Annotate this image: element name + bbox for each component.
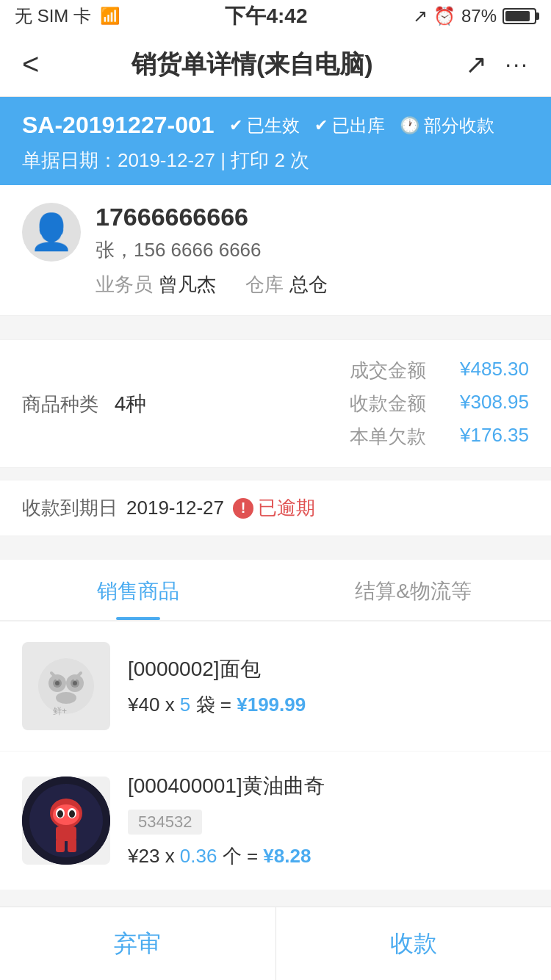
qty-value-1: 5 (180, 693, 190, 716)
avatar: 👤 (22, 203, 81, 262)
summary-row: 商品种类 4种 成交金额 ¥485.30 收款金额 ¥308.95 本单欠款 ¥… (22, 358, 529, 450)
deal-amount-label: 成交金额 (350, 358, 426, 383)
customer-contact: 张，156 6666 6666 (96, 237, 529, 263)
status-bar: 无 SIM 卡 📶 下午4:42 ↗ ⏰ 87% (0, 0, 551, 32)
page-title: 销货单详情(来自电脑) (132, 48, 373, 82)
total-value-2: ¥8.28 (263, 845, 311, 867)
svg-rect-19 (68, 839, 76, 852)
collected-label: 收款金额 (350, 391, 426, 417)
product-placeholder-1: 鲜+ (22, 642, 110, 730)
wifi-icon: 📶 (100, 7, 120, 26)
product-info-2: [000400001]黄油曲奇 534532 ¥23 x 0.36 个 = ¥8… (128, 772, 529, 869)
collected-value: ¥308.95 (441, 391, 529, 417)
price-x-2: x (165, 845, 180, 867)
salesperson-label: 业务员 (96, 272, 153, 298)
product-image-1: 鲜+ (22, 642, 110, 730)
svg-text:鲜+: 鲜+ (53, 706, 67, 716)
customer-meta: 业务员 曾凡杰 仓库 总仓 (96, 272, 529, 298)
badge-effective: ✔ 已生效 (229, 114, 300, 137)
header-banner: SA-20191227-001 ✔ 已生效 ✔ 已出库 🕐 部分收款 单据日期：… (0, 97, 551, 185)
overdue-text: 已逾期 (258, 495, 315, 521)
alarm-icon: ⏰ (433, 6, 455, 26)
svg-point-5 (55, 681, 60, 685)
badge-partial: 🕐 部分收款 (400, 114, 494, 137)
order-date-info: 单据日期：2019-12-27 | 打印 2 次 (22, 148, 529, 173)
tab-settlement[interactable]: 结算&物流等 (276, 560, 551, 620)
price-value-2: ¥23 (128, 845, 159, 867)
owed-value: ¥176.35 (441, 424, 529, 450)
badge-shipped: ✔ 已出库 (314, 114, 385, 137)
nav-bar: < 销货单详情(来自电脑) ↗ ··· (0, 32, 551, 97)
svg-point-6 (73, 681, 77, 685)
battery-fill (505, 11, 530, 21)
list-item: 鲜+ [0000002]面包 ¥40 x 5 袋 = ¥199.99 (0, 621, 551, 752)
overdue-badge: ! 已逾期 (233, 495, 315, 521)
share-button[interactable]: ↗ (465, 49, 487, 80)
tabs: 销售商品 结算&物流等 (0, 560, 551, 621)
bottom-bar: 弃审 收款 (0, 907, 551, 980)
price-x-1: x (165, 693, 180, 716)
due-section: 收款到期日 2019-12-27 ! 已逾期 (0, 480, 551, 536)
back-button[interactable]: < (22, 48, 39, 81)
warehouse-value: 总仓 (289, 272, 328, 298)
due-label: 收款到期日 (22, 495, 118, 521)
order-id: SA-20191227-001 (22, 112, 215, 139)
product-logo-icon (22, 777, 110, 865)
summary-section: 商品种类 4种 成交金额 ¥485.30 收款金额 ¥308.95 本单欠款 ¥… (0, 339, 551, 468)
product-sku-2: 534532 (128, 810, 202, 835)
customer-info: 17666666666 张，156 6666 6666 业务员 曾凡杰 仓库 总… (96, 203, 529, 298)
amount-info: 成交金额 ¥485.30 收款金额 ¥308.95 本单欠款 ¥176.35 (350, 358, 529, 450)
deal-amount-row: 成交金额 ¥485.30 (350, 358, 529, 383)
list-item: [000400001]黄油曲奇 534532 ¥23 x 0.36 个 = ¥8… (0, 752, 551, 890)
product-name-2: [000400001]黄油曲奇 (128, 772, 529, 800)
svg-point-7 (56, 692, 76, 704)
product-type-info: 商品种类 4种 (22, 390, 146, 418)
product-price-2: ¥23 x 0.36 个 = ¥8.28 (128, 843, 529, 869)
product-type-label: 商品种类 (22, 393, 98, 415)
check-icon-2: ✔ (314, 116, 328, 135)
avatar-icon: 👤 (29, 212, 73, 253)
price-eq-1: = (220, 693, 237, 716)
clock-icon: 🕐 (400, 116, 419, 135)
deal-amount-value: ¥485.30 (441, 358, 529, 383)
owed-row: 本单欠款 ¥176.35 (350, 424, 529, 450)
salesperson-value: 曾凡杰 (159, 272, 216, 298)
cancel-button[interactable]: 弃审 (0, 907, 276, 980)
warehouse-item: 仓库 总仓 (245, 272, 328, 298)
status-left: 无 SIM 卡 📶 (15, 4, 120, 28)
owed-label: 本单欠款 (350, 424, 426, 450)
divider-2 (0, 536, 551, 548)
salesperson-item: 业务员 曾凡杰 (96, 272, 216, 298)
svg-point-15 (57, 810, 63, 818)
product-info-1: [0000002]面包 ¥40 x 5 袋 = ¥199.99 (128, 655, 529, 718)
collect-button[interactable]: 收款 (276, 907, 552, 980)
product-image-2 (22, 777, 110, 865)
overdue-icon: ! (233, 498, 253, 519)
battery-percent: 87% (461, 6, 497, 26)
status-time: 下午4:42 (225, 2, 307, 30)
unit-1: 袋 (196, 693, 215, 716)
carrier-text: 无 SIM 卡 (15, 4, 91, 28)
product-count: 4种 (115, 392, 147, 415)
svg-point-16 (69, 810, 75, 818)
location-icon: ↗ (413, 6, 428, 26)
price-eq-2: = (247, 845, 263, 867)
owl-icon: 鲜+ (37, 657, 96, 716)
due-date: 2019-12-27 (126, 497, 224, 519)
customer-section: 👤 17666666666 张，156 6666 6666 业务员 曾凡杰 仓库… (0, 185, 551, 316)
tab-sales-products[interactable]: 销售商品 (0, 560, 276, 620)
svg-rect-18 (56, 839, 65, 852)
check-icon-1: ✔ (229, 116, 242, 135)
product-circle-img (22, 777, 110, 865)
nav-actions: ↗ ··· (465, 49, 529, 80)
qty-value-2: 0.36 (180, 845, 217, 867)
total-value-1: ¥199.99 (237, 693, 306, 716)
battery-icon (503, 8, 536, 24)
unit-2: 个 (223, 845, 242, 867)
more-button[interactable]: ··· (505, 51, 529, 78)
banner-top: SA-20191227-001 ✔ 已生效 ✔ 已出库 🕐 部分收款 (22, 112, 529, 139)
product-list: 鲜+ [0000002]面包 ¥40 x 5 袋 = ¥199.99 (0, 621, 551, 890)
customer-name: 17666666666 (96, 203, 529, 231)
product-name-1: [0000002]面包 (128, 655, 529, 683)
product-price-1: ¥40 x 5 袋 = ¥199.99 (128, 692, 529, 718)
